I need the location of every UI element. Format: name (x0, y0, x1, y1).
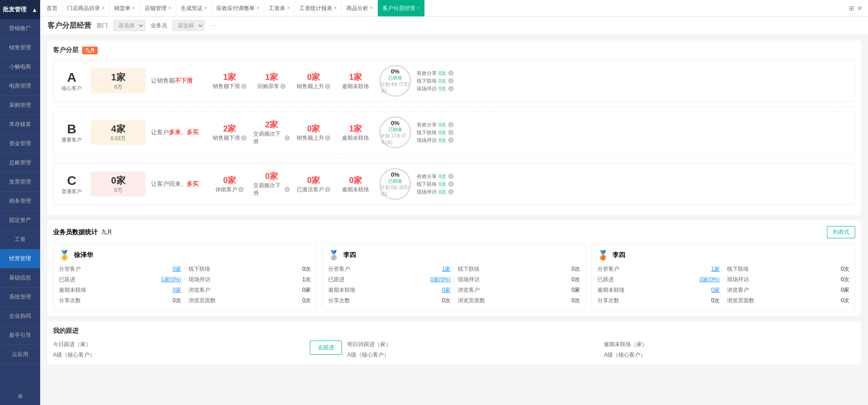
tab-应收应付调整单[interactable]: 应收应付调整单× (212, 0, 264, 16)
info-icon[interactable]: i (448, 122, 454, 127)
info-icon[interactable]: i (241, 135, 246, 141)
info-icon[interactable]: i (448, 174, 454, 179)
tab-close-btn[interactable]: × (334, 0, 337, 16)
more-options-icon[interactable]: ··· (210, 21, 216, 30)
tier-slogan-highlight: 多买 (187, 180, 199, 187)
stat-num[interactable]: 1家 (349, 123, 362, 134)
sidebar-item-xiaodian[interactable]: 小畅电商 (0, 58, 40, 77)
stat-num[interactable]: 1家 (349, 72, 362, 83)
right-stat-item: 线下联络0次i (417, 78, 454, 84)
staff-stat-value[interactable]: 0家 (173, 286, 181, 294)
tab-首页[interactable]: 首页 (42, 0, 63, 16)
tab-生成凭证[interactable]: 生成凭证× (176, 0, 212, 16)
sidebar-item-xinshou[interactable]: 新手引导 (0, 326, 40, 345)
dept-select[interactable]: 请选择 (113, 20, 145, 31)
info-icon[interactable]: i (448, 181, 454, 187)
stat-num[interactable]: 0家 (265, 171, 278, 182)
info-icon[interactable]: i (325, 187, 330, 192)
stat-num[interactable]: 2家 (223, 123, 236, 134)
info-icon[interactable]: i (325, 84, 330, 89)
stat-num[interactable]: 2家 (265, 119, 278, 130)
tab-店铺管理[interactable]: 店铺管理× (140, 0, 176, 16)
tab-close-btn[interactable]: × (102, 0, 105, 16)
info-icon[interactable]: i (285, 187, 290, 192)
sidebar-item-yun[interactable]: 云应用 (0, 345, 40, 364)
sidebar-item-zijin[interactable]: 资金管理 (0, 134, 40, 153)
sidebar-item-jichu[interactable]: 基础信息 (0, 268, 40, 288)
stat-num[interactable]: 0家 (307, 72, 320, 83)
staff-stat-value[interactable]: 0家 (711, 286, 720, 294)
rs-num: 0次 (439, 121, 446, 128)
sidebar-item-xitong[interactable]: 系统管理 (0, 288, 40, 307)
info-icon[interactable]: i (241, 84, 246, 89)
staff-stat-value[interactable]: 0家 (173, 265, 181, 273)
info-icon[interactable]: i (448, 70, 454, 76)
sidebar-item-zhangmu[interactable]: 总账管理 (0, 153, 40, 173)
overdue-followup-sub: A级（核心客户） (604, 351, 855, 359)
tab-close-btn[interactable]: × (168, 0, 171, 16)
tier-stat-A-0: 1家销售额下滑i (211, 72, 248, 90)
sidebar-item-dianshang[interactable]: 电商管理 (0, 77, 40, 96)
rs-label: 有效分享 (417, 70, 437, 77)
stat-label: 已激活客户i (297, 186, 330, 194)
info-icon[interactable]: i (448, 130, 454, 135)
go-followup-button[interactable]: 去跟进 (310, 341, 342, 355)
staff-label: 业务员 (151, 22, 167, 30)
sidebar-item-shuiwu[interactable]: 税务管理 (0, 192, 40, 211)
sidebar-item-jingying[interactable]: 经营管理 (0, 249, 40, 268)
staff-stat-value[interactable]: 0家 (442, 286, 450, 294)
list-view-button[interactable]: 列表式 (827, 226, 855, 238)
sidebar-item-yingxiao[interactable]: 营销推广 (0, 19, 40, 38)
stat-num[interactable]: 0家 (307, 175, 320, 186)
tab-close-btn[interactable]: × (204, 0, 207, 16)
tab-close-btn[interactable]: × (370, 0, 373, 16)
staff-stat-value[interactable]: 0家(0%) (700, 276, 720, 284)
sidebar-item-caigou[interactable]: 采购管理 (0, 96, 40, 115)
tab-close-btn[interactable]: × (417, 0, 420, 16)
staff-stat-value[interactable]: 0家(0%) (430, 276, 450, 284)
tab-商品分析[interactable]: 商品分析× (342, 0, 378, 16)
stat-num[interactable]: 0家 (349, 175, 362, 186)
tab-销货单[interactable]: 销货单× (110, 0, 140, 16)
sidebar-item-gudingzichan[interactable]: 固定资产 (0, 211, 40, 230)
circle-linked: 已联络 (388, 126, 402, 133)
staff-select[interactable]: 请选择 (173, 20, 204, 31)
tab-工资统计报表[interactable]: 工资统计报表× (295, 0, 342, 16)
staff-stat-value[interactable]: 1家 (442, 265, 450, 273)
tab-close-btn[interactable]: × (256, 0, 259, 16)
staff-stat-label: 逾期未联络 (59, 286, 86, 294)
stat-num[interactable]: 0家 (307, 123, 320, 134)
staff-stat-value[interactable]: 1家 (711, 265, 720, 273)
tab-window-icon[interactable]: ⊞ (849, 5, 854, 12)
info-icon[interactable]: i (448, 86, 454, 91)
followup-grid: 今日跟进（家） A级（核心客户） 去跟进 明日待跟进（家） A级（核心客户） 逾… (53, 341, 855, 359)
tier-right-stats-B: 有效分享0次i线下联络0次i现场拜访0次i (417, 121, 454, 144)
sidebar-collapse-icon[interactable]: ▲ (31, 6, 37, 13)
staff-stat-value: 0次 (571, 265, 580, 273)
info-icon[interactable]: i (238, 187, 244, 192)
tab-close-icon[interactable]: ✕ (857, 5, 863, 12)
info-icon[interactable]: i (448, 78, 454, 84)
stat-num[interactable]: 1家 (265, 72, 278, 83)
sidebar-item-xiaoshou[interactable]: 销售管理 (0, 38, 40, 58)
staff-stat-value[interactable]: 1家(0%) (161, 276, 181, 284)
stat-num[interactable]: 0家 (223, 175, 236, 186)
info-icon[interactable]: i (325, 135, 330, 141)
tab-close-btn[interactable]: × (132, 0, 135, 16)
sidebar-item-kucun[interactable]: 库存核算 (0, 115, 40, 134)
staff-stat-item: 已跟进0家(0%) (328, 276, 450, 284)
sidebar-item-qiye[interactable]: 企业协同 (0, 307, 40, 326)
tab-客户分层经营[interactable]: 客户分层经营× (378, 0, 425, 16)
info-icon[interactable]: i (448, 189, 454, 195)
sidebar-gear-icon[interactable]: ⚙ (0, 388, 40, 405)
sidebar-item-gongzi[interactable]: 工资 (0, 230, 40, 249)
info-icon[interactable]: i (448, 137, 454, 143)
tab-工资表[interactable]: 工资表× (264, 0, 295, 16)
tab-门店商品目录[interactable]: 门店商品目录× (63, 0, 110, 16)
info-icon[interactable]: i (285, 135, 290, 141)
stat-num[interactable]: 1家 (223, 72, 236, 83)
sidebar-header: 批发管理 ▲ (0, 0, 40, 19)
tab-close-btn[interactable]: × (287, 0, 290, 16)
sidebar-item-fapiao[interactable]: 发票管理 (0, 173, 40, 192)
info-icon[interactable]: i (280, 84, 286, 89)
